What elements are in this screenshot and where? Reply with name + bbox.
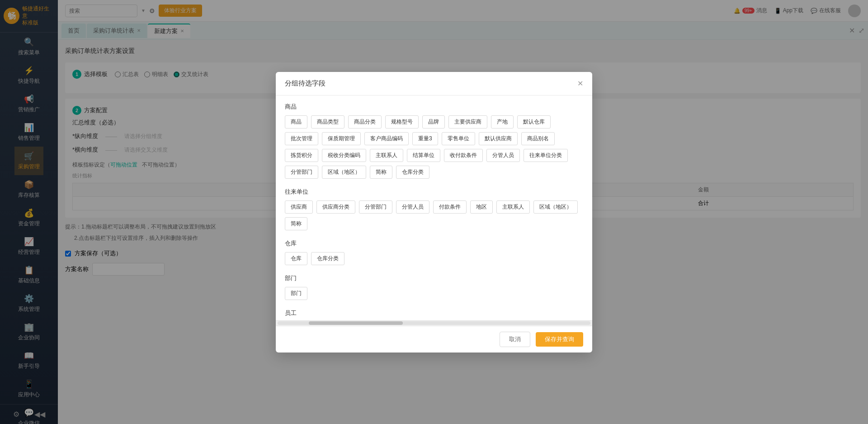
close-icon[interactable]: ✕ xyxy=(577,79,583,88)
field-chip-zygys[interactable]: 主要供应商 xyxy=(448,115,487,129)
field-chip-splx[interactable]: 商品类型 xyxy=(311,115,344,129)
field-chip-zl3[interactable]: 重量3 xyxy=(412,132,438,145)
field-chip-lsdw[interactable]: 零售单位 xyxy=(442,132,475,145)
field-chips-product: 商品商品类型商品分类规格型号品牌主要供应商产地默认仓库批次管理保质期管理客户商品… xyxy=(285,115,583,179)
field-chip-qy[interactable]: 区域（地区） xyxy=(322,166,366,179)
section-employee: 员工业务员 xyxy=(285,309,583,320)
field-chip-spbm[interactable]: 商品别名 xyxy=(521,132,555,145)
section-title-employee: 员工 xyxy=(285,309,583,317)
field-chip-fgry[interactable]: 分管人员 xyxy=(486,149,520,162)
section-title-product: 商品 xyxy=(285,103,583,111)
field-chip-zlxsr[interactable]: 主联系人 xyxy=(370,149,403,162)
field-chips-warehouse: 仓库仓库分类 xyxy=(285,252,583,265)
field-chips-department: 部门 xyxy=(285,287,583,300)
horizontal-scrollbar[interactable] xyxy=(276,320,592,326)
section-department: 部门部门 xyxy=(285,274,583,300)
field-chip-luoji[interactable]: 拣货积分 xyxy=(285,149,318,162)
field-chip-spfl[interactable]: 商品分类 xyxy=(348,115,382,129)
field-chip-sp[interactable]: 商品 xyxy=(285,115,307,129)
field-select-dialog: 分组待选字段 ✕ 商品商品商品类型商品分类规格型号品牌主要供应商产地默认仓库批次… xyxy=(276,72,592,353)
dialog-title: 分组待选字段 xyxy=(285,79,326,88)
section-title-warehouse: 仓库 xyxy=(285,239,583,248)
field-chip-ck[interactable]: 仓库 xyxy=(285,252,307,265)
dialog-body[interactable]: 商品商品商品类型商品分类规格型号品牌主要供应商产地默认仓库批次管理保质期管理客户… xyxy=(276,95,592,320)
field-chip-mrgys[interactable]: 默认供应商 xyxy=(479,132,518,145)
field-chip-fgbm2[interactable]: 分管部门 xyxy=(359,200,392,214)
field-chip-gglx[interactable]: 规格型号 xyxy=(385,115,419,129)
field-chip-bqgl[interactable]: 保质期管理 xyxy=(322,132,361,145)
field-chip-kcfl[interactable]: 仓库分类 xyxy=(396,166,429,179)
field-chip-fgbm[interactable]: 分管部门 xyxy=(285,166,318,179)
field-chip-dq[interactable]: 地区 xyxy=(470,200,493,214)
field-chip-ssfldm[interactable]: 税收分类编码 xyxy=(322,149,366,162)
field-chip-jsdw[interactable]: 结算单位 xyxy=(407,149,440,162)
section-title-department: 部门 xyxy=(285,274,583,282)
section-product: 商品商品商品类型商品分类规格型号品牌主要供应商产地默认仓库批次管理保质期管理客户… xyxy=(285,103,583,179)
field-chip-zfktj[interactable]: 收付款条件 xyxy=(444,149,483,162)
field-chip-gys[interactable]: 供应商 xyxy=(285,200,313,214)
field-chip-fktj[interactable]: 付款条件 xyxy=(433,200,467,214)
field-chip-cd[interactable]: 产地 xyxy=(491,115,514,129)
field-chips-partner: 供应商供应商分类分管部门分管人员付款条件地区主联系人区域（地区）简称 xyxy=(285,200,583,230)
field-chip-lldwfl[interactable]: 往来单位分类 xyxy=(524,149,568,162)
section-partner: 往来单位供应商供应商分类分管部门分管人员付款条件地区主联系人区域（地区）简称 xyxy=(285,188,583,230)
cancel-button[interactable]: 取消 xyxy=(500,332,530,347)
field-chip-qy2[interactable]: 区域（地区） xyxy=(533,200,578,214)
field-chip-bm[interactable]: 部门 xyxy=(285,287,307,300)
field-chip-ckfl[interactable]: 仓库分类 xyxy=(311,252,344,265)
dialog-header: 分组待选字段 ✕ xyxy=(276,72,592,95)
section-warehouse: 仓库仓库仓库分类 xyxy=(285,239,583,265)
field-chip-jc2[interactable]: 简称 xyxy=(285,217,307,230)
field-chip-gysfl[interactable]: 供应商分类 xyxy=(316,200,355,214)
dialog-footer: 取消 保存并查询 xyxy=(276,326,592,353)
field-chip-pp[interactable]: 品牌 xyxy=(422,115,445,129)
field-chip-khspbm[interactable]: 客户商品编码 xyxy=(364,132,409,145)
field-chip-zlxsr2[interactable]: 主联系人 xyxy=(496,200,530,214)
section-title-partner: 往来单位 xyxy=(285,188,583,196)
field-chip-jc[interactable]: 简称 xyxy=(370,166,392,179)
field-chip-pcgl[interactable]: 批次管理 xyxy=(285,132,318,145)
save-query-button[interactable]: 保存并查询 xyxy=(536,332,583,347)
field-chip-mrkc[interactable]: 默认仓库 xyxy=(517,115,551,129)
field-chip-fgry2[interactable]: 分管人员 xyxy=(396,200,429,214)
